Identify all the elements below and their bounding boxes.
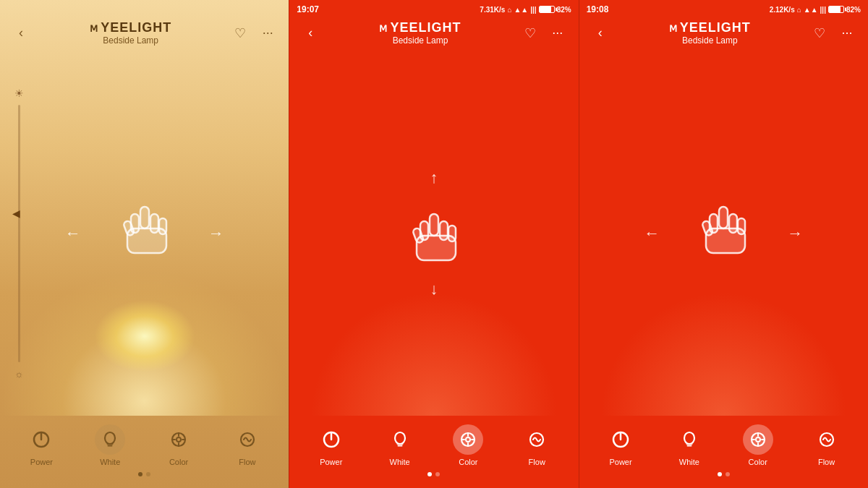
svg-point-10 [176,437,181,442]
status-time-3: 19:08 [587,4,609,14]
tab-label-flow-1: Flow [239,458,255,466]
nav-center-2: 𝖬YEELIGHT Bedside Lamp [379,20,461,46]
dot-2-inactive [435,472,440,476]
svg-rect-37 [706,228,745,253]
slider-thumb-1: ◀ [12,207,20,219]
more-button-2[interactable]: ··· [547,22,569,44]
tab-label-power-3: Power [609,458,631,466]
nav-right-2: ♡ ··· [519,22,569,44]
tab-label-white-2: White [390,458,410,466]
heart-button-1[interactable]: ♡ [229,22,251,44]
gesture-swipe-h-3: ← → [644,197,803,270]
network-speed-3: 2.12K/s [770,6,795,14]
arrow-right-1: → [208,224,224,243]
flow-icon-3 [817,430,836,449]
tab-icon-flow-1 [232,424,263,455]
svg-rect-21 [417,236,456,260]
tab-icon-white-2 [385,424,415,455]
bluetooth-icon-2: ⌂ [507,6,511,14]
yeelight-logo-1: 𝖬YEELIGHT [90,20,171,35]
top-nav-2: ‹ 𝖬YEELIGHT Bedside Lamp ♡ ··· [289,17,578,51]
svg-rect-5 [127,228,166,253]
wifi-icon-2: ▲▲ [514,6,528,14]
lamp-glow [94,300,195,372]
arrow-left-3: ← [644,224,660,243]
tab-icon-white-3 [674,424,705,455]
main-content-2: ↑ ↓ [289,51,578,416]
heart-button-3[interactable]: ♡ [809,22,830,44]
tab-flow-2[interactable]: Flow [503,424,571,466]
tab-color-1[interactable]: Color [145,424,213,466]
back-button-1[interactable]: ‹ [10,22,32,44]
tab-icon-power-2 [316,424,346,455]
back-button-2[interactable]: ‹ [299,22,321,44]
status-bar-3: 19:08 2.12K/s ⌂ ▲▲ ||| 82% [579,0,868,17]
top-nav-1: ‹ 𝖬YEELIGHT Bedside Lamp ♡ ··· [0,17,289,51]
tab-power-3[interactable]: Power [587,424,655,466]
power-icon-2 [322,430,341,449]
wifi-icon-3: ▲▲ [804,6,818,14]
tab-white-2[interactable]: White [365,424,434,466]
dots-row-3 [718,472,730,476]
tab-icon-flow-3 [812,424,842,455]
tab-label-white-3: White [679,458,699,466]
svg-point-40 [684,432,694,444]
heart-button-2[interactable]: ♡ [519,22,541,44]
battery-pct-2: 82% [557,6,571,14]
flow-icon-2 [527,430,546,449]
bottom-nav-2: Power White [289,416,578,488]
brightness-high-icon: ☀ [14,87,24,99]
dots-row-1 [138,472,150,476]
svg-point-26 [466,437,470,442]
tab-power-2[interactable]: Power [297,424,365,466]
nav-center-1: 𝖬YEELIGHT Bedside Lamp [90,20,171,46]
status-time-2: 19:07 [297,4,319,14]
bottom-nav-3: Power White [579,416,868,488]
top-nav-3: ‹ 𝖬YEELIGHT Bedside Lamp ♡ ··· [579,17,868,51]
bluetooth-icon-3: ⌂ [797,6,801,14]
tab-icon-white-1 [95,424,125,455]
status-right-3: 2.12K/s ⌂ ▲▲ ||| 82% [770,6,861,14]
tab-white-3[interactable]: White [655,424,723,466]
back-button-3[interactable]: ‹ [590,22,611,44]
dot-2-active [427,472,432,476]
tab-icon-color-3 [743,424,773,455]
power-icon-1 [32,430,51,449]
network-speed-2: 7.31K/s [480,6,505,14]
yeelight-logo-2: 𝖬YEELIGHT [379,20,461,35]
status-right-2: 7.31K/s ⌂ ▲▲ ||| 82% [480,6,571,14]
tab-color-2[interactable]: Color [434,424,503,466]
status-bar-2: 19:07 7.31K/s ⌂ ▲▲ ||| 82% [289,0,578,17]
nav-tabs-1: Power White [0,421,289,469]
dot-1-active [138,472,142,476]
phone-panel-1: ‹ 𝖬YEELIGHT Bedside Lamp ♡ ··· ☀ ◀ ☼ ← [0,0,289,488]
tab-label-color-2: Color [459,458,477,466]
signal-icon-3: ||| [820,6,826,14]
power-icon-3 [611,430,630,449]
more-button-3[interactable]: ··· [836,22,858,44]
tab-white-1[interactable]: White [76,424,145,466]
svg-point-8 [105,432,115,444]
more-button-1[interactable]: ··· [257,22,278,44]
gesture-swipe-h-1: ← → [65,197,224,270]
tab-icon-flow-2 [522,424,552,455]
hand-gesture-icon-2 [401,208,467,273]
battery-icon-3 [828,6,844,13]
tab-power-1[interactable]: Power [7,424,76,466]
tab-color-3[interactable]: Color [723,424,792,466]
yeelight-logo-3: 𝖬YEELIGHT [669,20,751,35]
tab-label-flow-3: Flow [818,458,835,466]
color-wheel-icon-2 [459,430,477,449]
dot-1-inactive [146,472,150,476]
flow-icon-1 [238,430,257,449]
bulb-icon-3 [680,430,699,449]
nav-right-1: ♡ ··· [229,22,278,44]
arrow-down-2: ↓ [430,280,438,299]
device-name-2: Bedside Lamp [393,35,448,46]
tab-label-color-1: Color [169,458,188,466]
svg-rect-16 [430,214,438,236]
battery-icon-2 [539,6,555,13]
tab-flow-1[interactable]: Flow [213,424,281,466]
svg-rect-0 [140,207,149,228]
tab-flow-3[interactable]: Flow [792,424,861,466]
